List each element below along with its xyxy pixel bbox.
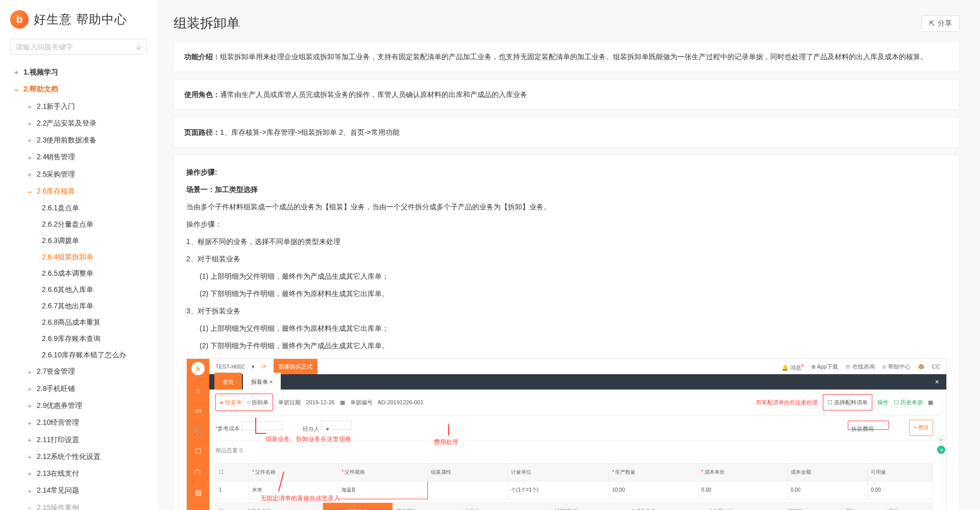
ss-side-buttons: ⊙ ⇲ (937, 435, 947, 454)
step-3: 3、对于拆装业务 (186, 304, 947, 318)
circle-icon: ⊙ (937, 435, 945, 444)
plus-icon: + (26, 483, 34, 499)
share-button[interactable]: ⇱ 分享 (921, 15, 960, 32)
nav-2-4[interactable]: +2.4销售管理 (10, 149, 147, 165)
scene-title: 加工类型选择 (215, 185, 258, 193)
ss-topbar: TEST-H002 ▾ ⟳ 我要购买正式 🔔 消息9 ⊕ App下载 ☏ 在线咨… (209, 359, 946, 374)
nav-2-6-10[interactable]: 2.6.10库存账本错了怎么办 (10, 347, 147, 363)
step-3a: (1) 上部明细为父件明细，最终作为原材料生成其它出库单； (186, 322, 947, 335)
intro-text: 组装拆卸单用来处理企业组装或拆卸等加工业务，支持有固定装配清单的产品加工业务，也… (220, 53, 927, 61)
plus-icon: + (26, 449, 34, 465)
cart-icon: 🛒 (192, 425, 204, 436)
nav-2-6-2[interactable]: 2.6.2分量盘点单 (10, 216, 147, 232)
annot-4: 无固定清单的直接在这里录入 (260, 492, 340, 505)
nav-2-2[interactable]: +2.2产品安装及登录 (10, 115, 147, 132)
ss-sidebar: b ⌂ ▭ 🛒 ☐ ⛫ ▤ (187, 359, 209, 510)
nav-tree: +1.视频学习 –2.帮助文档 +2.1新手入门 +2.2产品安装及登录 +2.… (10, 64, 147, 510)
nav-2-8[interactable]: +2.8手机旺铺 (10, 380, 147, 397)
site-logo: b 好生意 帮助中心 (10, 10, 147, 29)
ss-tenant: TEST-H002 (215, 360, 244, 373)
grid-icon: ▦ (928, 396, 933, 409)
nav-2-1[interactable]: +2.1新手入门 (10, 98, 147, 115)
share-icon: ⇱ (929, 19, 935, 28)
nav-2-10[interactable]: +2.10经营管理 (10, 414, 147, 431)
plus-icon: + (12, 64, 20, 81)
step-1: 1、根据不同的业务，选择不同单据的类型来处理 (186, 235, 947, 248)
nav-2-6-8[interactable]: 2.6.8商品成本重算 (10, 314, 147, 330)
ss-chat: ☏ 在线咨询 (845, 360, 875, 373)
nav-2-15[interactable]: +2.15操作案例 (10, 499, 147, 510)
nav-2-7[interactable]: +2.7资金管理 (10, 363, 147, 380)
plus-icon: + (26, 398, 34, 414)
search-box[interactable]: ⌕ (10, 39, 147, 55)
annot-1: 有装配清单的在这里处理 (756, 396, 818, 409)
plus-icon: + (26, 132, 34, 149)
chevron-down-icon: ▾ (252, 360, 255, 373)
minus-icon: – (12, 82, 20, 98)
annot-3: 费用处理 (434, 435, 458, 449)
nav-2-6-5[interactable]: 2.6.5成本调整单 (10, 265, 147, 281)
ss-app: ⊕ App下载 (811, 360, 838, 373)
ss-help: ⊙ 帮助中心 (882, 360, 911, 373)
nav-2-6-1[interactable]: 2.6.1盘点单 (10, 200, 147, 216)
main-content: 组装拆卸单 ⇱ 分享 功能介绍：组装拆卸单用来处理企业组装或拆卸等加工业务，支持… (157, 0, 980, 510)
path-card: 页面路径：1、库存核算->库存管理->组装拆卸单 2、首页->常用功能 (174, 117, 960, 148)
doc-icon: ▭ (192, 405, 204, 416)
nav-2-5[interactable]: +2.5采购管理 (10, 166, 147, 183)
scene-label: 场景一： (186, 185, 215, 193)
plus-icon: + (26, 415, 34, 431)
plus-icon: + (26, 99, 34, 115)
scene-desc: 当由多个子件材料组装成一个成品的业务为【组装】业务，当由一个父件拆分成多个子产品… (186, 200, 947, 213)
ss-fee-button: + 费用 (909, 420, 933, 436)
minus-icon: – (26, 183, 34, 200)
step-3b: (2) 下部明细为子件明细，最终作为产成品生成其它入库单。 (186, 339, 947, 352)
arrow-icon (448, 424, 449, 435)
steps-title: 操作步骤: (186, 165, 947, 179)
nav-video[interactable]: +1.视频学习 (10, 64, 147, 81)
site-title: 好生意 帮助中心 (34, 11, 127, 28)
ss-type-radio: ● 组装单 ○ 拆卸单 (215, 394, 273, 411)
nav-2-9[interactable]: +2.9优惠券管理 (10, 397, 147, 414)
store-icon: ⛫ (192, 466, 204, 477)
logo-icon: b (10, 10, 29, 29)
nav-2-14[interactable]: +2.14常见问题 (10, 482, 147, 499)
ss-date: 2019-12-26 (306, 396, 334, 409)
steps-card: 操作步骤: 场景一：加工类型选择 当由多个子件材料组装成一个成品的业务为【组装】… (174, 155, 960, 510)
plus-icon: + (26, 150, 34, 166)
sidebar: b 好生意 帮助中心 ⌕ +1.视频学习 –2.帮助文档 +2.1新手入门 +2… (0, 0, 157, 510)
ops-label: 操作步骤： (186, 217, 947, 231)
role-label: 使用角色： (184, 90, 220, 99)
plus-icon: + (26, 381, 34, 397)
ss-tab-home: 首页 (214, 373, 242, 391)
nav-2-6-4[interactable]: 2.6.4组装拆卸单 (10, 249, 147, 265)
intro-card: 功能介绍：组装拆卸单用来处理企业组装或拆卸等加工业务，支持有固定装配清单的产品加… (174, 41, 960, 72)
calendar-icon: ▦ (340, 396, 345, 409)
nav-2-12[interactable]: +2.12系统个性化设置 (10, 448, 147, 465)
nav-2-6[interactable]: –2.6库存核算 (10, 183, 147, 200)
nav-2-6-7[interactable]: 2.6.7其他出库单 (10, 298, 147, 314)
step-2a: (1) 上部明细为父件明细，最终作为产成品生成其它入库单； (186, 270, 947, 283)
search-input[interactable] (16, 43, 137, 51)
step-2: 2、对于组装业务 (186, 252, 947, 265)
refresh-icon: ⟳ (262, 360, 266, 373)
ss-buy-button: 我要购买正式 (274, 358, 317, 375)
nav-2-6-3[interactable]: 2.6.3调拨单 (10, 232, 147, 249)
ss-docno: AD-20191226-001 (378, 396, 424, 409)
arrow-icon (255, 418, 256, 433)
nav-2-6-9[interactable]: 2.6.9库存账本查询 (10, 330, 147, 347)
bell-icon: 🔔 消息9 (781, 359, 804, 374)
search-icon[interactable]: ⌕ (137, 42, 141, 51)
ss-logo-icon: b (191, 362, 205, 375)
nav-2-6-6[interactable]: 2.6.6其他入库单 (10, 281, 147, 298)
nav-2-13[interactable]: +2.13在线支付 (10, 465, 147, 482)
plus-icon: + (26, 432, 34, 448)
nav-2-11[interactable]: +2.11打印设置 (10, 431, 147, 448)
plus-icon: + (26, 166, 34, 183)
ss-history: ☐ 历史单据 (894, 396, 923, 409)
nav-docs[interactable]: –2.帮助文档 (10, 81, 147, 98)
ss-user: CC (932, 360, 940, 373)
chart-icon: ▤ (192, 487, 204, 498)
plus-icon: + (26, 364, 34, 380)
path-text: 1、库存核算->库存管理->组装拆卸单 2、首页->常用功能 (220, 128, 400, 136)
nav-2-3[interactable]: +2.3使用前数据准备 (10, 132, 147, 149)
